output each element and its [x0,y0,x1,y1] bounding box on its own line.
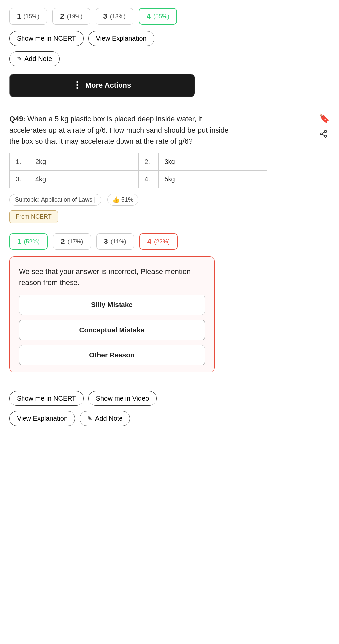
option-num-2: 2 [60,12,64,21]
like-badge[interactable]: 👍 51% [107,194,138,206]
view-explanation-button[interactable]: View Explanation [88,31,154,46]
add-note-button[interactable]: ✎ Add Note [9,51,60,66]
q49-option-pct-1: (52%) [24,238,40,245]
answer-option-2[interactable]: 2 (19%) [52,8,90,25]
section1: 1 (15%) 2 (19%) 3 (13%) 4 (55%) Show me … [0,0,339,105]
answer-options-section1: 1 (15%) 2 (19%) 3 (13%) 4 (55%) [9,8,330,25]
svg-line-3 [322,134,324,136]
incorrect-answer-box: We see that your answer is incorrect, Pl… [9,256,215,372]
options-table-q49: 1. 2kg 2. 3kg 3. 4kg 4. 5kg [9,153,267,188]
q49-option-num-3: 3 [104,237,108,246]
subtopic-badge: Subtopic: Application of Laws | [9,194,101,206]
option-pct-2: (19%) [67,13,83,20]
opt-num-2: 2. [138,153,158,171]
show-ncert-button[interactable]: Show me in NCERT [9,31,84,46]
options-row-2: 3. 4kg 4. 5kg [10,171,267,188]
answer-option-q49-4[interactable]: 4 (22%) [139,233,178,250]
option-num-3: 3 [103,12,107,21]
q49-option-num-4: 4 [147,237,151,246]
add-note-button-q49[interactable]: ✎ Add Note [80,411,130,426]
opt-num-3: 3. [10,171,29,188]
show-ncert-label-q49: Show me in NCERT [17,395,76,402]
opt-val-1: 2kg [29,153,139,171]
silly-mistake-button[interactable]: Silly Mistake [19,295,205,315]
subtopic-label: Subtopic: [15,196,40,203]
action-buttons-row2: ✎ Add Note [9,51,330,66]
opt-val-2: 3kg [158,153,267,171]
bottom-actions-q49: Show me in NCERT Show me in Video [0,386,339,411]
more-actions-dots-icon: ⋮ [73,80,82,90]
answer-option-q49-2[interactable]: 2 (17%) [53,233,91,250]
like-pct: 51% [121,196,133,203]
conceptual-mistake-button[interactable]: Conceptual Mistake [19,320,205,340]
answer-option-q49-1[interactable]: 1 (52%) [9,233,48,250]
q49-option-num-2: 2 [61,237,65,246]
q49-option-num-1: 1 [17,237,21,246]
show-video-label: Show me in Video [96,395,149,402]
show-video-button[interactable]: Show me in Video [88,391,157,406]
question-header-q49: Q49: When a 5 kg plastic box is placed d… [9,113,330,147]
answer-options-q49: 1 (52%) 2 (17%) 3 (11%) 4 (22%) [9,233,330,250]
opt-val-3: 4kg [29,171,139,188]
q49-option-pct-2: (17%) [68,238,83,245]
view-explanation-label-q49: View Explanation [17,415,68,422]
question-action-icons: 🔖 [319,113,330,140]
answer-section-q49: 1 (52%) 2 (17%) 3 (11%) 4 (22%) We see t… [0,233,339,386]
bookmark-icon[interactable]: 🔖 [319,113,330,124]
ncert-badge: From NCERT [9,210,58,223]
action-buttons-row1: Show me in NCERT View Explanation [9,31,330,46]
option-num-4: 4 [147,12,151,21]
subtopic-value: Application of Laws | [41,196,96,203]
question-number-q49: Q49: [9,115,25,123]
svg-line-4 [322,132,324,133]
edit-icon-q49: ✎ [87,415,92,422]
q49-option-pct-4: (22%) [154,238,170,245]
add-note-label: Add Note [24,55,52,63]
show-ncert-label: Show me in NCERT [17,35,76,42]
more-actions-label: More Actions [85,81,131,90]
add-note-label-q49: Add Note [95,415,122,422]
option-num-1: 1 [17,12,21,21]
q49-option-pct-3: (11%) [111,238,126,245]
other-reason-button[interactable]: Other Reason [19,345,205,365]
question-text-q49: Q49: When a 5 kg plastic box is placed d… [9,113,234,147]
question-block-q49: Q49: When a 5 kg plastic box is placed d… [0,105,339,233]
bottom-actions-q49-row2: View Explanation ✎ Add Note [0,411,339,431]
meta-row-q49: Subtopic: Application of Laws | 👍 51% [9,194,330,206]
option-pct-1: (15%) [24,13,39,20]
answer-option-4[interactable]: 4 (55%) [139,8,177,25]
thumbsup-icon: 👍 [112,196,120,203]
more-actions-button[interactable]: ⋮ More Actions [9,74,195,97]
share-icon[interactable] [319,130,330,140]
answer-option-q49-3[interactable]: 3 (11%) [96,233,134,250]
answer-option-3[interactable]: 3 (13%) [96,8,133,25]
question-body-q49: When a 5 kg plastic box is placed deep i… [9,115,229,145]
answer-option-1[interactable]: 1 (15%) [9,8,47,25]
view-explanation-label: View Explanation [96,35,147,42]
option-pct-3: (13%) [110,13,126,20]
options-row-1: 1. 2kg 2. 3kg [10,153,267,171]
incorrect-title: We see that your answer is incorrect, Pl… [19,266,205,288]
opt-num-4: 4. [138,171,158,188]
opt-num-1: 1. [10,153,29,171]
option-pct-4: (55%) [153,13,169,20]
view-explanation-button-q49[interactable]: View Explanation [9,411,75,426]
show-ncert-button-q49[interactable]: Show me in NCERT [9,391,84,406]
opt-val-4: 5kg [158,171,267,188]
edit-icon: ✎ [17,55,22,63]
